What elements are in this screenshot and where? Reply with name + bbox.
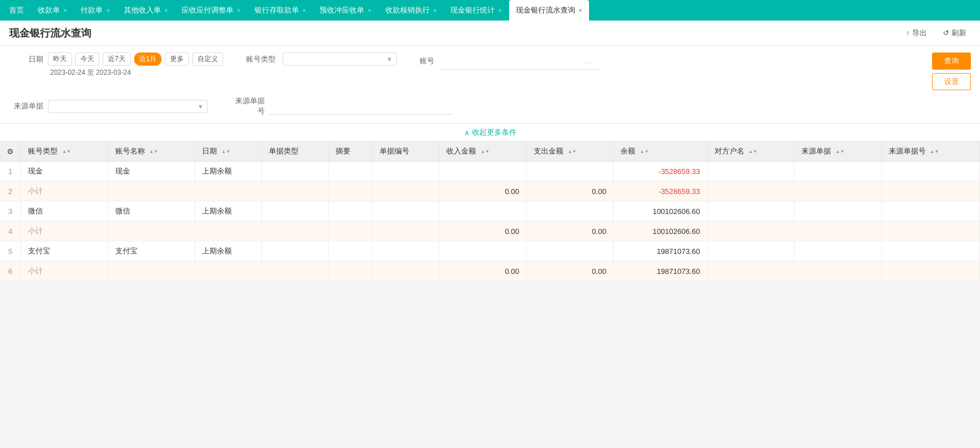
nav-item-6[interactable]: 收款核销执行 × bbox=[378, 0, 443, 21]
cell-account-type: 小计 bbox=[21, 181, 108, 201]
source-doc-select[interactable]: ▾ bbox=[48, 100, 208, 113]
th-balance[interactable]: 余额 ▲▼ bbox=[614, 142, 707, 162]
cell-doc-no bbox=[373, 201, 439, 221]
cell-date bbox=[195, 221, 262, 241]
cell-source-doc bbox=[795, 162, 882, 181]
th-summary[interactable]: 摘要 bbox=[328, 142, 372, 162]
cell-expense: 0.00 bbox=[526, 261, 614, 281]
account-label: 账号 bbox=[420, 56, 434, 66]
nav-item-4[interactable]: 银行存取款单 × bbox=[248, 0, 313, 21]
nav-item-8[interactable]: 现金银行流水查询 × bbox=[509, 0, 589, 21]
sort-icon-balance: ▲▼ bbox=[640, 149, 649, 154]
table-row: 6 小计 0.00 0.00 19871073.60 bbox=[0, 261, 980, 281]
cell-source-doc bbox=[795, 181, 882, 201]
chevron-up-icon: ∧ bbox=[464, 128, 470, 137]
cell-doc-type bbox=[262, 261, 329, 281]
cell-source-doc-no bbox=[881, 221, 979, 241]
close-icon-2[interactable]: × bbox=[164, 7, 168, 14]
nav-home[interactable]: 首页 bbox=[2, 0, 31, 21]
account-filter: 账号 ... bbox=[420, 53, 601, 70]
th-source-doc[interactable]: 来源单据 ▲▼ bbox=[795, 142, 882, 162]
th-source-doc-no[interactable]: 来源单据号 ▲▼ bbox=[881, 142, 979, 162]
close-icon-5[interactable]: × bbox=[368, 7, 371, 14]
cell-account-name: 现金 bbox=[108, 162, 195, 181]
cell-account-type: 小计 bbox=[21, 261, 108, 281]
date-btn-yesterday[interactable]: 昨天 bbox=[48, 53, 72, 66]
account-input[interactable] bbox=[446, 54, 583, 67]
th-gear[interactable]: ⚙ bbox=[0, 142, 21, 162]
query-button[interactable]: 查询 bbox=[932, 53, 971, 70]
date-btn-1month[interactable]: 近1月 bbox=[134, 53, 162, 66]
date-btn-7days[interactable]: 近7天 bbox=[103, 53, 131, 66]
source-doc-num-input[interactable] bbox=[274, 99, 439, 112]
th-doc-type[interactable]: 单据类型 bbox=[262, 142, 329, 162]
cell-counterparty bbox=[707, 221, 795, 241]
th-account-name[interactable]: 账号名称 ▲▼ bbox=[108, 142, 195, 162]
date-btn-more[interactable]: 更多 bbox=[165, 53, 189, 66]
close-icon-6[interactable]: × bbox=[433, 7, 437, 14]
cell-row-num: 2 bbox=[0, 181, 21, 201]
th-doc-no[interactable]: 单据编号 bbox=[373, 142, 439, 162]
nav-item-3[interactable]: 应收应付调整单 × bbox=[175, 0, 247, 21]
close-icon-1[interactable]: × bbox=[106, 7, 110, 14]
close-icon-4[interactable]: × bbox=[303, 7, 306, 14]
cell-doc-no bbox=[373, 261, 439, 281]
export-icon: ↑ bbox=[906, 29, 910, 37]
right-buttons: 查询 设置 bbox=[932, 53, 971, 90]
refresh-button[interactable]: ↺ 刷新 bbox=[938, 26, 971, 41]
th-expense[interactable]: 支出金额 ▲▼ bbox=[526, 142, 614, 162]
cell-counterparty bbox=[707, 162, 795, 181]
settings-button[interactable]: 设置 bbox=[932, 73, 971, 90]
table-row: 4 小计 0.00 0.00 100102606.60 bbox=[0, 221, 980, 241]
th-doc-type-label: 单据类型 bbox=[269, 147, 299, 155]
close-icon-7[interactable]: × bbox=[498, 7, 502, 14]
th-date[interactable]: 日期 ▲▼ bbox=[195, 142, 262, 162]
cell-account-name bbox=[108, 261, 195, 281]
dots-menu[interactable]: ... bbox=[583, 56, 592, 65]
date-btn-today[interactable]: 今天 bbox=[75, 53, 99, 66]
sort-icon-account-type: ▲▼ bbox=[62, 149, 71, 154]
nav-item-1[interactable]: 付款单 × bbox=[74, 0, 116, 21]
filter-area: 日期 昨天 今天 近7天 近1月 更多 自定义 2023-02-24 至 202… bbox=[0, 46, 980, 124]
close-icon-0[interactable]: × bbox=[63, 7, 67, 14]
nav-item-5[interactable]: 预收冲应收单 × bbox=[313, 0, 378, 21]
cell-source-doc bbox=[795, 221, 882, 241]
cell-account-type: 现金 bbox=[21, 162, 108, 181]
data-table: ⚙ 账号类型 ▲▼ 账号名称 ▲▼ 日期 ▲▼ 单据类型 摘要 bbox=[0, 142, 980, 281]
sort-icon-account-name: ▲▼ bbox=[149, 149, 158, 154]
cell-row-num: 3 bbox=[0, 201, 21, 221]
cell-summary bbox=[328, 221, 372, 241]
th-doc-no-label: 单据编号 bbox=[380, 147, 409, 155]
table-row: 2 小计 0.00 0.00 -3528659.33 bbox=[0, 181, 980, 201]
export-button[interactable]: ↑ 导出 bbox=[902, 26, 932, 41]
close-icon-8[interactable]: × bbox=[579, 7, 582, 14]
th-account-type[interactable]: 账号类型 ▲▼ bbox=[21, 142, 108, 162]
cell-income bbox=[439, 201, 527, 221]
account-type-label: 账号类型 bbox=[246, 54, 276, 64]
cell-account-name: 支付宝 bbox=[108, 241, 195, 261]
cell-source-doc-no bbox=[881, 181, 979, 201]
cell-counterparty bbox=[707, 201, 795, 221]
page-title: 现金银行流水查询 bbox=[9, 26, 91, 40]
th-account-type-label: 账号类型 bbox=[28, 147, 58, 155]
cell-source-doc bbox=[795, 201, 882, 221]
cell-income: 0.00 bbox=[439, 221, 527, 241]
account-type-select[interactable]: ▾ bbox=[283, 53, 397, 66]
cell-counterparty bbox=[707, 241, 795, 261]
nav-item-7[interactable]: 现金银行统计 × bbox=[443, 0, 509, 21]
date-btn-custom[interactable]: 自定义 bbox=[192, 53, 223, 66]
th-balance-label: 余额 bbox=[620, 147, 635, 155]
th-income[interactable]: 收入金额 ▲▼ bbox=[439, 142, 527, 162]
collapse-bar[interactable]: ∧ 收起更多条件 bbox=[0, 124, 980, 142]
th-counterparty[interactable]: 对方户名 ▲▼ bbox=[707, 142, 795, 162]
cell-account-type: 微信 bbox=[21, 201, 108, 221]
date-filter-group: 日期 昨天 今天 近7天 近1月 更多 自定义 2023-02-24 至 202… bbox=[9, 53, 223, 78]
sort-icon-expense: ▲▼ bbox=[567, 149, 576, 154]
cell-source-doc bbox=[795, 241, 882, 261]
nav-item-0[interactable]: 收款单 × bbox=[31, 0, 74, 21]
cell-doc-no bbox=[373, 181, 439, 201]
close-icon-3[interactable]: × bbox=[237, 7, 240, 14]
nav-item-2[interactable]: 其他收入单 × bbox=[117, 0, 175, 21]
cell-summary bbox=[328, 241, 372, 261]
source-doc-num-label: 来源单据号 bbox=[231, 96, 265, 116]
